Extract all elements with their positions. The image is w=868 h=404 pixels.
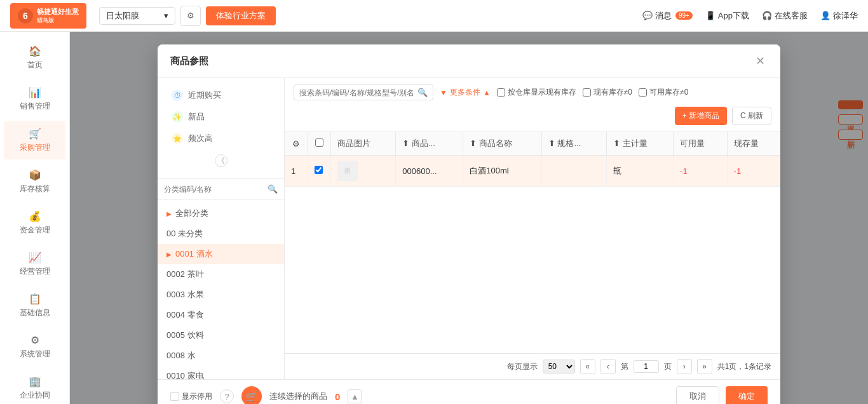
sidebar-item-system[interactable]: ⚙ 系统管理 (4, 327, 65, 366)
category-search-input[interactable] (164, 185, 264, 194)
table-row[interactable]: 1 图 000600... 白酒100ml (285, 156, 780, 187)
cat-item-00[interactable]: 00 未分类 (158, 224, 284, 244)
confirm-button[interactable]: 确定 (726, 386, 768, 404)
prev-page-button[interactable]: ‹ (600, 359, 616, 374)
cart-icon-button[interactable]: 🛒 (241, 386, 262, 404)
message-button[interactable]: 💬 消息 99+ (642, 10, 693, 22)
footer-collapse-button[interactable]: ▲ (348, 389, 362, 403)
cat-arrow-icon: ▶ (166, 210, 172, 217)
cat-item-0005[interactable]: 0005 饮料 (158, 325, 284, 346)
checkbox-available-nonzero[interactable]: 可用库存≠0 (639, 87, 688, 98)
modal-close-button[interactable]: ✕ (752, 53, 768, 69)
quick-nav-recent[interactable]: ⏱ 近期购买 (164, 84, 278, 106)
app-logo[interactable]: 6 畅捷通好生意 猎鸟版 (10, 3, 86, 29)
cat-item-label: 0003 水果 (166, 289, 204, 300)
quick-nav-frequent[interactable]: ⭐ 频次高 (164, 128, 278, 149)
search-icon[interactable]: 🔍 (417, 88, 428, 97)
td-code: 000600... (396, 156, 463, 187)
cat-item-0004[interactable]: 0004 零食 (158, 305, 284, 325)
goods-search-input[interactable] (299, 88, 414, 97)
modal-left-panel: ⏱ 近期购买 ✨ 新品 ⭐ 频次高 (158, 78, 285, 379)
sidebar-item-enterprise[interactable]: 🏢 企业协同 (4, 368, 65, 404)
sidebar-item-finance[interactable]: 💰 资金管理 (4, 203, 65, 242)
sales-icon: 📊 (29, 86, 41, 98)
cat-item-label: 0010 家电 (166, 370, 204, 379)
cat-item-0003[interactable]: 0003 水果 (158, 285, 284, 305)
category-search-area: 🔍 (158, 179, 284, 199)
sidebar-item-operation[interactable]: 📈 经营管理 (4, 245, 65, 283)
category-search-icon[interactable]: 🔍 (268, 184, 278, 194)
sidebar-item-sales[interactable]: 📊 销售管理 (4, 79, 65, 118)
th-unit[interactable]: ⬆ 主计量 (606, 132, 673, 156)
collapse-button[interactable]: 《 (215, 154, 227, 167)
headset-icon: 🎧 (762, 11, 772, 20)
basic-icon: 📋 (29, 292, 41, 305)
sidebar-item-basic[interactable]: 📋 基础信息 (4, 286, 65, 325)
sidebar-item-label: 销售管理 (20, 101, 50, 112)
th-name[interactable]: ⬆ 商品名称 (463, 132, 541, 156)
goods-table-container: ⚙ 商品图片 ⬆ 商品... (285, 132, 780, 353)
cancel-button[interactable]: 取消 (676, 386, 719, 404)
cat-item-0008[interactable]: 0008 水 (158, 346, 284, 366)
sidebar-item-inventory[interactable]: 📦 库存核算 (4, 162, 65, 201)
page-label: 第 (621, 361, 628, 372)
td-checkbox[interactable] (308, 156, 330, 187)
store-dropdown[interactable]: 日太阳膜 ▾ (99, 7, 175, 25)
total-records-text: 共1页，1条记录 (717, 361, 771, 372)
warehouse-checkbox[interactable] (497, 88, 505, 97)
checkbox-by-warehouse[interactable]: 按仓库显示现有库存 (497, 87, 576, 98)
page-size-select[interactable]: 50 100 200 (543, 360, 575, 374)
page-number-input[interactable] (634, 360, 659, 373)
operation-icon: 📈 (29, 251, 41, 264)
online-service-button[interactable]: 🎧 在线客服 (762, 10, 808, 22)
sidebar-item-label: 基础信息 (20, 307, 50, 318)
sidebar: 🏠 首页 📊 销售管理 🛒 采购管理 📦 库存核算 💰 资金管理 📈 经营管理 … (0, 32, 70, 404)
table-body: 1 图 000600... 白酒100ml (285, 156, 780, 187)
quick-nav: ⏱ 近期购买 ✨ 新品 ⭐ 频次高 (164, 84, 278, 149)
new-icon: ✨ (172, 111, 183, 123)
td-name: 白酒100ml (463, 156, 541, 187)
cat-item-all[interactable]: ▶ 全部分类 (158, 203, 284, 224)
trial-button[interactable]: 体验行业方案 (206, 6, 276, 25)
filter-more-button[interactable]: ▼ 更多条件 ▲ (440, 87, 491, 98)
last-page-button[interactable]: » (697, 359, 712, 374)
filter-arrow-icon: ▲ (483, 88, 491, 97)
cat-item-0001[interactable]: ▶ 0001 酒水 (158, 244, 284, 264)
add-goods-button[interactable]: + 新增商品 (675, 107, 727, 125)
checkbox-stock-nonzero[interactable]: 现有库存≠0 (583, 87, 632, 98)
help-button[interactable]: ? (220, 389, 234, 403)
select-all-checkbox[interactable] (315, 138, 323, 147)
first-page-button[interactable]: « (580, 359, 595, 374)
quick-nav-frequent-label: 频次高 (188, 133, 213, 144)
message-icon: 💬 (642, 11, 653, 20)
show-disabled-label[interactable]: 显示停用 (170, 391, 212, 402)
modal-body: ⏱ 近期购买 ✨ 新品 ⭐ 频次高 (158, 78, 780, 379)
th-checkbox[interactable] (308, 132, 330, 156)
sidebar-item-purchase[interactable]: 🛒 采购管理 (4, 121, 65, 159)
message-badge: 99+ (675, 11, 693, 20)
recent-icon: ⏱ (172, 90, 183, 101)
settings-icon[interactable]: ⚙ (180, 6, 201, 26)
sidebar-item-home[interactable]: 🏠 首页 (4, 38, 65, 77)
available-nonzero-checkbox[interactable] (639, 88, 647, 97)
row-checkbox[interactable] (315, 166, 323, 174)
sidebar-item-label: 首页 (27, 60, 43, 71)
table-header-row: ⚙ 商品图片 ⬆ 商品... (285, 132, 780, 156)
th-code[interactable]: ⬆ 商品... (396, 132, 463, 156)
user-avatar[interactable]: 👤 徐泽华 (820, 10, 858, 22)
stock-nonzero-checkbox[interactable] (583, 88, 591, 97)
quick-nav-new[interactable]: ✨ 新品 (164, 106, 278, 128)
app-download-button[interactable]: 📱 App下载 (705, 10, 749, 22)
refresh-button[interactable]: C 刷新 (732, 107, 771, 125)
th-settings[interactable]: ⚙ (285, 132, 308, 156)
cat-item-0002[interactable]: 0002 茶叶 (158, 264, 284, 285)
page-size-label: 每页显示 (507, 361, 538, 372)
toolbar-right: + 新增商品 C 刷新 (675, 107, 771, 125)
next-page-button[interactable]: › (677, 359, 692, 374)
cat-item-0010[interactable]: 0010 家电 (158, 366, 284, 379)
show-disabled-checkbox[interactable] (170, 392, 179, 401)
th-spec[interactable]: ⬆ 规格... (541, 132, 606, 156)
sidebar-item-label: 采购管理 (20, 142, 50, 153)
cat-item-label: 00 未分类 (166, 228, 203, 239)
main-layout: 🏠 首页 📊 销售管理 🛒 采购管理 📦 库存核算 💰 资金管理 📈 经营管理 … (0, 32, 868, 404)
